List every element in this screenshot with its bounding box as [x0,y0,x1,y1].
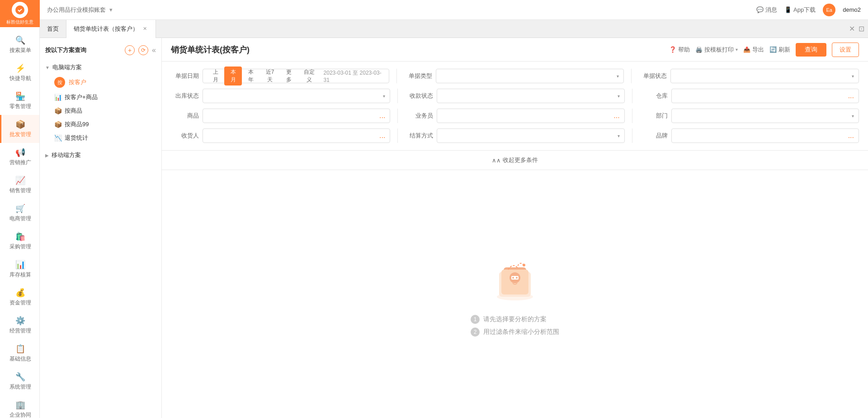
refresh-scheme-icon[interactable]: ⟳ [138,45,148,55]
doc-type-select[interactable]: ▾ [436,69,624,83]
message-button[interactable]: 💬 消息 [756,6,777,14]
print-dropdown-icon[interactable]: ▾ [736,47,738,52]
sidebar-item-label: 基础信息 [9,355,31,363]
sidebar-item-ecommerce[interactable]: 🛒 电商管理 [0,199,39,227]
out-status-select[interactable]: ▾ [203,89,390,103]
refresh-label: 刷新 [778,46,790,54]
sidebar-item-label: 企业协同 [9,411,31,418]
tree-item-by-product99[interactable]: 📦 按商品99 [40,118,161,131]
filter-row-2: 出库状态 ▾ 收款状态 ▾ 仓库 ... [171,89,859,103]
date-btn-this-month[interactable]: 本月 [224,66,242,86]
message-icon: 💬 [756,6,764,13]
brand-input[interactable]: ... [671,128,859,143]
quicknav-icon: ⚡ [15,63,25,73]
sidebar-item-wholesale[interactable]: 📦 批发管理 [0,115,39,143]
date-btn-last-month[interactable]: 上月 [207,66,224,86]
warehouse-dots[interactable]: ... [848,92,854,100]
settings-button[interactable]: 设置 [832,43,859,57]
close-window-icon[interactable]: ✕ [849,24,855,33]
sidebar-item-label: 快捷导航 [9,75,31,82]
refresh-button[interactable]: 🔄 刷新 [769,46,790,54]
receipt-status-select[interactable]: ▾ [437,89,624,103]
main-content: 办公用品行业模拟账套 ▾ 💬 消息 📱 App下载 Ea demo2 首页 销货… [40,0,868,418]
ecommerce-icon: 🛒 [15,204,25,214]
tree-item-by-customer[interactable]: 按 按客户 [40,74,161,90]
tree-item-return-stats[interactable]: 📉 退货统计 [40,131,161,145]
tip-number-1: 1 [471,315,480,324]
warehouse-input[interactable]: ... [671,89,859,103]
sidebar-item-label: 销售管理 [9,187,31,195]
sidebar-item-enterprise[interactable]: 🏢 企业协同 [0,395,39,418]
help-button[interactable]: ❓ 帮助 [669,46,690,54]
account-name: 办公用品行业模拟账套 [47,6,106,14]
svg-point-7 [512,277,514,279]
date-btn-more[interactable]: 更多 [280,66,298,86]
by-customer-product-label: 按客户+商品 [65,93,98,101]
app-download-label: App下载 [793,6,816,14]
print-button[interactable]: 🖨️ 按模板打印 ▾ [695,46,738,54]
collapse-button[interactable]: ∧∧ 收起更多条件 [485,154,545,166]
salesperson-input[interactable]: ... [437,109,624,123]
active-indicator: 按 [54,77,65,88]
date-btn-custom[interactable]: 自定义 [298,66,321,86]
sidebar-item-operation[interactable]: ⚙️ 经营管理 [0,311,39,339]
sidebar-item-finance[interactable]: 💰 资金管理 [0,283,39,311]
sidebar-item-purchase[interactable]: 🛍️ 采购管理 [0,227,39,255]
dropdown-arrow-icon[interactable]: ▾ [109,6,113,13]
help-label: 帮助 [678,46,690,54]
separator-6 [632,109,632,123]
tree-section-desktop: ▼ 电脑端方案 按 按客户 📊 按客户+商品 📦 按商品 [40,59,161,147]
tab-close-icon[interactable]: ✕ [141,25,148,33]
sidebar-item-label: 搜索菜单 [9,47,31,54]
collapse-panel-icon[interactable]: « [152,46,156,54]
sidebar-item-inventory[interactable]: 📊 库存核算 [0,255,39,283]
sidebar: 标胜信好生意 🔍 搜索菜单 ⚡ 快捷导航 🏪 零售管理 📦 批发管理 📢 营销推… [0,0,40,418]
add-scheme-button[interactable]: + [125,45,135,55]
consignee-input[interactable]: ... [203,128,390,143]
header-left: 办公用品行业模拟账套 ▾ [47,6,113,14]
panel-header-icons: + ⟳ « [125,45,156,55]
logo-icon [12,2,28,18]
return-icon: 📉 [54,134,62,142]
brand-dots[interactable]: ... [848,132,854,140]
salesperson-dots[interactable]: ... [613,112,619,120]
tree-section-mobile: ▶ 移动端方案 [40,147,161,164]
tab-stats[interactable]: 销货单统计表（按客户） ✕ [66,20,156,38]
tree-mobile-parent[interactable]: ▶ 移动端方案 [40,148,161,162]
goods-input[interactable]: ... [203,109,390,123]
tree-desktop-parent[interactable]: ▼ 电脑端方案 [40,61,161,74]
sidebar-item-marketing[interactable]: 📢 营销推广 [0,143,39,171]
sidebar-item-search[interactable]: 🔍 搜索菜单 [0,31,39,59]
sidebar-item-retail[interactable]: 🏪 零售管理 [0,87,39,115]
consignee-dots[interactable]: ... [379,132,385,140]
sidebar-item-sales[interactable]: 📈 销售管理 [0,171,39,199]
sidebar-item-system[interactable]: 🔧 系统管理 [0,367,39,395]
expand-icon-mobile: ▶ [45,153,49,158]
date-btn-this-year[interactable]: 本年 [242,66,259,86]
sidebar-item-basic[interactable]: 📋 基础信息 [0,339,39,367]
department-select[interactable]: ▾ [671,109,859,123]
product-icon-2: 📦 [54,121,62,128]
settlement-select[interactable]: ▾ [437,128,624,143]
date-range-display: 2023-03-01 至 2023-03-31 [324,69,385,83]
logo[interactable]: 标胜信好生意 [0,0,40,27]
sidebar-item-quicknav[interactable]: ⚡ 快捷导航 [0,59,39,87]
print-label: 按模板打印 [704,46,734,54]
maximize-window-icon[interactable]: ⊡ [859,24,864,33]
tree-item-by-product[interactable]: 📦 按商品 [40,104,161,118]
username: demo2 [843,6,861,13]
date-btn-7days[interactable]: 近7天 [259,66,280,86]
user-avatar[interactable]: Ea [823,4,835,16]
sidebar-item-label: 零售管理 [9,103,31,110]
search-button[interactable]: 查询 [796,43,826,57]
doc-status-select[interactable]: ▾ [670,69,859,83]
goods-dots[interactable]: ... [379,112,385,120]
tab-home[interactable]: 首页 [40,20,66,38]
expand-icon: ▼ [45,65,50,70]
app-download-button[interactable]: 📱 App下载 [784,6,816,14]
panel-title: 按以下方案查询 [45,46,86,54]
goods-label: 商品 [171,112,203,120]
brand-label: 品牌 [640,132,671,140]
export-button[interactable]: 📤 导出 [743,46,764,54]
tree-item-by-customer-product[interactable]: 📊 按客户+商品 [40,90,161,104]
